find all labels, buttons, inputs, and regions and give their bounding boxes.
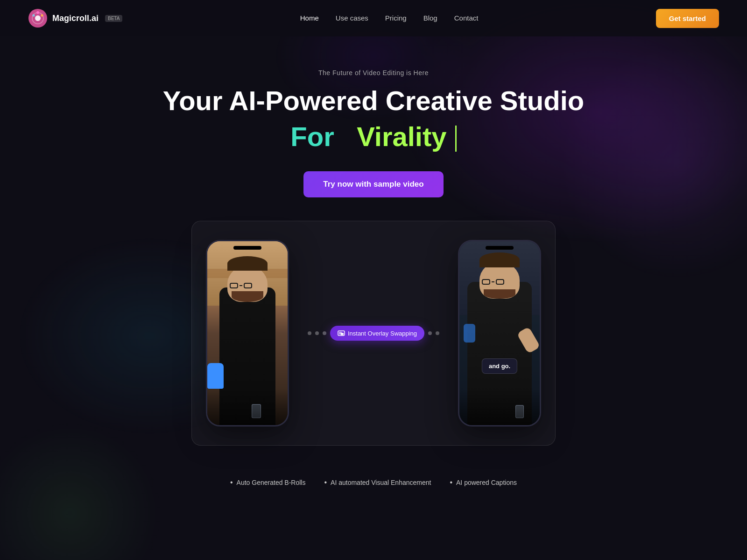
- features-list: • Auto Generated B-Rolls • AI automated …: [9, 469, 738, 496]
- hero-section: The Future of Video Editing is Here Your…: [0, 36, 747, 515]
- navbar: Magicroll.ai BETA Home Use cases Pricing…: [0, 0, 747, 36]
- hero-title-line1: Your AI-Powered Creative Studio: [9, 86, 738, 116]
- phone-left: [206, 240, 289, 427]
- glasses-right: [482, 278, 517, 286]
- beta-badge: BETA: [105, 15, 122, 22]
- nav-blog[interactable]: Blog: [423, 14, 437, 22]
- feature-label-1: AI automated Visual Enhancement: [331, 479, 431, 486]
- hero-tagline: The Future of Video Editing is Here: [9, 69, 738, 77]
- demo-container: Instant Overlay Swapping: [191, 221, 556, 446]
- glasses-left: [230, 282, 265, 289]
- overlay-icon: [338, 329, 345, 337]
- connection-area: Instant Overlay Swapping: [308, 326, 439, 341]
- mic-right: [464, 324, 475, 343]
- phone-right: and go.: [458, 240, 541, 427]
- phone-screen-right: and go.: [459, 241, 540, 425]
- dot-2: [315, 331, 319, 335]
- logo-icon: [28, 8, 48, 28]
- person-hair-right: [479, 252, 520, 267]
- svg-point-5: [33, 14, 35, 17]
- feature-label-2: AI powered Captions: [456, 479, 517, 486]
- person-beard-right: [484, 289, 516, 299]
- nav-contact[interactable]: Contact: [454, 14, 479, 22]
- svg-point-2: [35, 15, 41, 21]
- caption-text: and go.: [489, 363, 510, 370]
- bullet-1: •: [324, 478, 327, 487]
- nav-links: Home Use cases Pricing Blog Contact: [300, 14, 479, 22]
- svg-point-4: [41, 14, 43, 17]
- connection-dots: Instant Overlay Swapping: [308, 326, 439, 341]
- cursor-blink: [455, 126, 457, 152]
- mic-left: [207, 363, 224, 389]
- hero-virality-text: Virality: [357, 121, 446, 152]
- get-started-button[interactable]: Get started: [656, 9, 719, 28]
- person-hair-left: [227, 256, 268, 271]
- phone-notch-left: [233, 246, 261, 250]
- feature-label-0: Auto Generated B-Rolls: [237, 479, 306, 486]
- bullet-2: •: [450, 478, 452, 487]
- overlay-badge: Instant Overlay Swapping: [330, 326, 424, 341]
- svg-point-3: [36, 11, 39, 14]
- feature-item-2: • AI powered Captions: [450, 478, 517, 487]
- dot-5: [436, 331, 439, 335]
- nav-home[interactable]: Home: [300, 14, 319, 22]
- nav-pricing[interactable]: Pricing: [385, 14, 407, 22]
- feature-item-1: • AI automated Visual Enhancement: [324, 478, 431, 487]
- svg-rect-8: [341, 333, 344, 335]
- dot-1: [308, 331, 311, 335]
- dot-3: [323, 331, 326, 335]
- logo[interactable]: Magicroll.ai BETA: [28, 8, 122, 28]
- hero-for-text: For: [290, 121, 334, 152]
- phone-screen-left: [207, 241, 288, 425]
- logo-text: Magicroll.ai: [52, 14, 99, 23]
- dot-4: [428, 331, 432, 335]
- feature-item-0: • Auto Generated B-Rolls: [230, 478, 305, 487]
- overlay-badge-text: Instant Overlay Swapping: [348, 330, 417, 337]
- nav-use-cases[interactable]: Use cases: [336, 14, 368, 22]
- caption-bubble: and go.: [482, 358, 517, 374]
- phone-notch-right: [486, 246, 514, 250]
- try-sample-video-button[interactable]: Try now with sample video: [303, 171, 443, 197]
- bullet-0: •: [230, 478, 233, 487]
- hero-title-line2: For Virality: [9, 120, 738, 153]
